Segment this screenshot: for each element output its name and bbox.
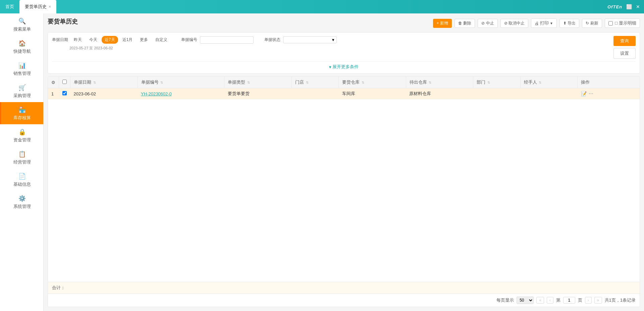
page-input[interactable] xyxy=(563,297,575,304)
inventory-mgmt-icon: 🏪 xyxy=(18,106,26,114)
col-req-warehouse-label: 要货仓库 xyxy=(342,80,360,85)
prev-page-btn[interactable]: ‹ xyxy=(547,297,553,304)
row-date: 2023-06-02 xyxy=(70,88,138,99)
print-button[interactable]: 🖨 打印 ▼ xyxy=(531,18,557,28)
basic-info-icon: 📄 xyxy=(18,173,26,180)
sidebar-item-finance-mgmt[interactable]: 🔒 资金管理 xyxy=(0,124,43,146)
sidebar-item-label-inventory-mgmt: 库存核算 xyxy=(13,115,31,121)
date-btn-yesterday[interactable]: 昨天 xyxy=(71,36,85,44)
row-more-icon[interactable]: ⋯ xyxy=(589,91,593,96)
table-row[interactable]: 1 2023-06-02 YH-20230602-0 要货单要货 车间库 原材料… xyxy=(48,88,640,99)
nav-tabs: 首页 要货单历史 × xyxy=(0,0,56,13)
window-close-icon[interactable]: ✕ xyxy=(636,4,640,9)
order-no-input[interactable] xyxy=(200,36,254,44)
row-order-type: 要货单要货 xyxy=(224,88,292,99)
sidebar-item-label-quick-nav: 快捷导航 xyxy=(13,48,31,54)
sidebar-item-label-basic-info: 基础信息 xyxy=(13,181,31,187)
sidebar-item-inventory-mgmt[interactable]: 🏪 库存核算 xyxy=(0,102,43,124)
sidebar-item-sys-mgmt[interactable]: ⚙️ 系统管理 xyxy=(0,191,43,213)
new-button[interactable]: + 新增 xyxy=(433,19,452,28)
sidebar-item-label-purchase-mgmt: 采购管理 xyxy=(13,93,31,99)
row-pending-warehouse: 原材料仓库 xyxy=(406,88,473,99)
col-department-label: 部门 xyxy=(477,80,485,85)
status-select[interactable]: ▾ xyxy=(283,36,337,43)
col-order-type[interactable]: 单据类型 ⇅ xyxy=(224,77,292,88)
col-department[interactable]: 部门 ⇅ xyxy=(473,77,520,88)
table-empty-space xyxy=(48,99,640,282)
show-detail-checkbox[interactable] xyxy=(608,21,613,26)
filter-settings-button[interactable]: 设置 xyxy=(613,48,636,59)
show-detail-toggle[interactable]: □ 显示明细 xyxy=(605,18,640,28)
date-btn-today[interactable]: 今天 xyxy=(86,36,100,44)
purchase-mgmt-icon: 🛒 xyxy=(18,84,26,91)
row-edit-icon[interactable]: 📝 xyxy=(581,91,587,96)
sidebar-item-label-search-menu: 搜索菜单 xyxy=(13,26,31,32)
query-button[interactable]: 查询 xyxy=(613,36,636,46)
top-nav-bar: 首页 要货单历史 × OfTEn ⬜ ✕ xyxy=(0,0,644,13)
row-num: 1 xyxy=(48,88,59,99)
sidebar-item-label-finance-mgmt: 资金管理 xyxy=(13,137,31,143)
sidebar-item-search-menu[interactable]: 🔍 搜索菜单 xyxy=(0,13,43,36)
delete-button[interactable]: 🗑 删除 xyxy=(454,19,475,28)
col-settings[interactable]: ⚙ xyxy=(48,77,59,88)
status-label: 单据状态 xyxy=(264,37,280,43)
print-dropdown-icon: ▼ xyxy=(550,21,553,25)
date-btn-custom[interactable]: 自定义 xyxy=(152,36,170,44)
col-order-type-sort-icon: ⇅ xyxy=(247,81,250,84)
date-btn-last1month[interactable]: 近1月 xyxy=(119,36,136,44)
row-ops-buttons: 📝 ⋯ xyxy=(581,91,636,96)
date-label: 单据日期 xyxy=(52,37,68,43)
sidebar-item-sales-mgmt[interactable]: 📊 销售管理 xyxy=(0,58,43,80)
row-ops-cell: 📝 ⋯ xyxy=(578,88,640,99)
next-page-btn[interactable]: › xyxy=(585,297,592,304)
row-order-no[interactable]: YH-20230602-0 xyxy=(138,88,224,99)
col-handler[interactable]: 经手人 ⇅ xyxy=(520,77,577,88)
sys-mgmt-icon: ⚙️ xyxy=(18,195,26,202)
last-page-btn[interactable]: » xyxy=(594,297,602,304)
expand-filter-label: 展开更多条件 xyxy=(332,64,359,70)
row-order-no-link[interactable]: YH-20230602-0 xyxy=(141,91,172,96)
select-all-checkbox[interactable] xyxy=(62,80,67,84)
finance-mgmt-icon: 🔒 xyxy=(18,128,26,136)
sidebar-item-ops-mgmt[interactable]: 📋 经营管理 xyxy=(0,146,43,169)
sidebar-item-quick-nav[interactable]: 🏠 快捷导航 xyxy=(0,36,43,58)
sidebar-item-basic-info[interactable]: 📄 基础信息 xyxy=(0,169,43,191)
show-detail-label: □ 显示明细 xyxy=(615,20,636,26)
sidebar-item-label-sales-mgmt: 销售管理 xyxy=(13,71,31,77)
sales-mgmt-icon: 📊 xyxy=(18,62,26,69)
cancel-stop-button[interactable]: ⊘ 取消中止 xyxy=(500,19,528,28)
date-btn-more[interactable]: 更多 xyxy=(137,36,151,44)
quick-nav-icon: 🏠 xyxy=(18,40,26,47)
row-department xyxy=(473,88,520,99)
table-body: 1 2023-06-02 YH-20230602-0 要货单要货 车间库 原材料… xyxy=(48,88,640,99)
page-size-select[interactable]: 50 10 20 100 xyxy=(517,297,534,304)
print-label: 打印 xyxy=(540,20,549,26)
expand-filter-btn[interactable]: ▾ 展开更多条件 xyxy=(52,61,636,70)
table-header-row: ⚙ 单据日期 ⇅ 单据编号 ⇅ 单据类型 xyxy=(48,77,640,88)
col-checkbox xyxy=(59,77,70,88)
date-display-row: 2023-05-27 至 2023-06-02 xyxy=(52,45,608,51)
col-req-warehouse[interactable]: 要货仓库 ⇅ xyxy=(339,77,406,88)
expand-filter-icon: ▾ xyxy=(329,64,331,70)
window-resize-icon[interactable]: ⬜ xyxy=(626,4,632,9)
export-button[interactable]: ⬆ 导出 xyxy=(559,19,579,28)
filter-right-actions: 查询 设置 xyxy=(608,36,636,59)
refresh-button[interactable]: ↻ 刷新 xyxy=(582,19,602,28)
page-size-label: 每页显示 xyxy=(496,297,514,303)
row-checkbox[interactable] xyxy=(62,91,67,95)
tab-close-icon[interactable]: × xyxy=(49,4,51,9)
tab-requisition-history[interactable]: 要货单历史 × xyxy=(19,0,56,13)
col-date-label: 单据日期 xyxy=(74,80,91,85)
col-date[interactable]: 单据日期 ⇅ xyxy=(70,77,138,88)
filter-fields: 单据日期 昨天 今天 近7天 近1月 更多 自定义 单据编号 单据状态 xyxy=(52,36,608,51)
order-no-label: 单据编号 xyxy=(181,37,197,43)
first-page-btn[interactable]: « xyxy=(536,297,544,304)
sidebar-item-purchase-mgmt[interactable]: 🛒 采购管理 xyxy=(0,80,43,102)
tab-home[interactable]: 首页 xyxy=(0,0,19,13)
date-btn-last7days[interactable]: 近7天 xyxy=(102,36,118,44)
col-order-no[interactable]: 单据编号 ⇅ xyxy=(138,77,224,88)
stop-button[interactable]: ⊘ 中止 xyxy=(478,19,497,28)
col-pending-warehouse[interactable]: 待出仓库 ⇅ xyxy=(406,77,473,88)
col-store[interactable]: 门店 ⇅ xyxy=(291,77,338,88)
print-icon: 🖨 xyxy=(535,21,539,26)
